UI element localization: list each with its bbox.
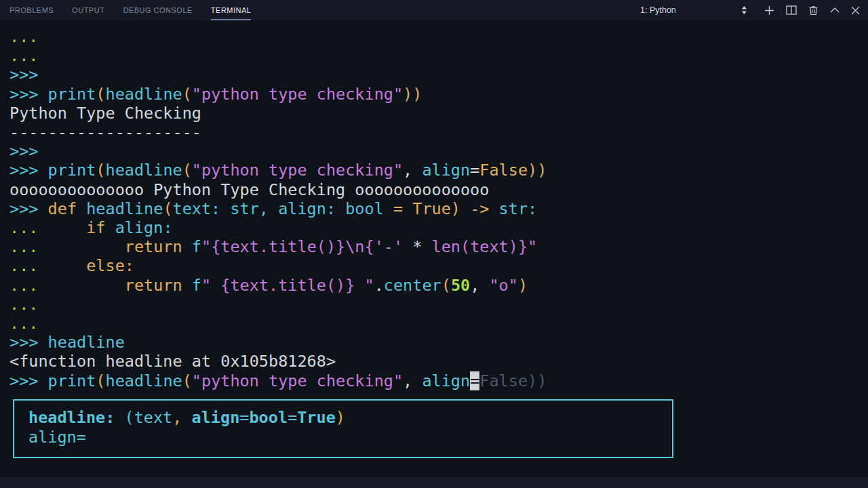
- panel-tab-problems[interactable]: PROBLEMS: [9, 0, 54, 20]
- code-segment: False)): [479, 161, 547, 180]
- code-segment: align: [422, 371, 470, 390]
- code-segment: "python type checking": [192, 371, 403, 390]
- code-segment: f: [192, 237, 201, 256]
- code-segment: ...: [9, 237, 38, 256]
- close-panel-icon[interactable]: [851, 6, 860, 15]
- code-segment: oooooooooooooo Python Type Checking oooo…: [9, 180, 489, 199]
- terminal-selector[interactable]: 1: Python: [640, 5, 747, 15]
- panel-tab-debug-console[interactable]: DEBUG CONSOLE: [123, 0, 192, 20]
- terminal-line: >>> print(headline("python type checking…: [9, 371, 868, 390]
- code-segment: True: [297, 408, 336, 427]
- code-segment: " {text.title()} ": [201, 276, 374, 295]
- code-segment: align=: [28, 428, 86, 447]
- code-segment: headline: [86, 199, 163, 218]
- terminal-line: >>>: [9, 65, 868, 84]
- code-segment: (: [96, 85, 105, 104]
- terminal-line: ... return f"{text.title()}\n{'-' * len(…: [9, 237, 868, 256]
- code-segment: False)): [479, 371, 547, 390]
- terminal-output[interactable]: ......>>>>>> print(headline("python type…: [0, 20, 868, 390]
- code-segment: if: [86, 218, 115, 237]
- code-segment: 50: [451, 276, 470, 295]
- terminal-line: >>> def headline(text: str, align: bool …: [9, 199, 868, 218]
- code-segment: (: [182, 371, 192, 390]
- code-segment: = True) ->: [393, 199, 499, 218]
- code-segment: ,: [403, 371, 422, 390]
- code-segment: [38, 218, 86, 237]
- panel-tab-output[interactable]: OUTPUT: [72, 0, 104, 20]
- code-segment: return: [125, 237, 192, 256]
- code-segment: >>>: [9, 142, 38, 161]
- code-segment: headline: [106, 371, 182, 390]
- terminal-line: ...: [9, 27, 868, 46]
- code-segment: align:: [115, 218, 173, 237]
- code-segment: "python type checking": [192, 161, 403, 180]
- code-segment: >>>: [9, 199, 48, 218]
- panel-tab-bar: PROBLEMSOUTPUTDEBUG CONSOLETERMINAL 1: P…: [0, 0, 868, 20]
- code-segment: <function headline at 0x105b81268>: [9, 352, 336, 371]
- code-segment: (: [182, 161, 192, 180]
- code-segment: "o": [489, 276, 517, 295]
- terminal-line: --------------------: [9, 123, 868, 142]
- code-segment: ...: [9, 218, 38, 237]
- code-segment: center: [384, 276, 441, 295]
- code-segment: len(text)}": [422, 237, 537, 256]
- bottom-strip: [0, 477, 868, 488]
- new-terminal-plus-icon[interactable]: [764, 5, 774, 16]
- panel-tab-terminal[interactable]: TERMINAL: [211, 0, 252, 20]
- code-segment: "{text.title()}\n{'-': [201, 237, 412, 256]
- code-segment: "python type checking": [192, 85, 403, 104]
- code-segment: headline: [106, 85, 182, 104]
- code-segment: Python Type Checking: [9, 104, 201, 123]
- terminal-line: >>> print(headline("python type checking…: [9, 85, 868, 104]
- terminal-line: >>>: [9, 142, 868, 161]
- code-segment: ...: [9, 46, 38, 65]
- terminal-line: ... return f" {text.title()} ".center(50…: [9, 276, 868, 295]
- code-segment: (: [441, 276, 451, 295]
- code-segment: (: [182, 85, 192, 104]
- tooltip-line: headline: (text, align=bool=True): [28, 408, 672, 428]
- code-segment: str:: [499, 199, 538, 218]
- maximize-panel-chevron-up-icon[interactable]: [830, 7, 840, 13]
- code-segment: (: [96, 371, 105, 390]
- code-segment: align: [422, 161, 470, 180]
- code-segment: =: [288, 408, 297, 427]
- code-segment: --------------------: [9, 123, 201, 142]
- code-segment: else:: [86, 256, 134, 275]
- code-segment: headline: [106, 161, 182, 180]
- code-segment: (text: [115, 408, 172, 427]
- kill-terminal-trash-icon[interactable]: [808, 5, 818, 16]
- code-segment: )): [403, 85, 422, 104]
- code-segment: .: [374, 276, 384, 295]
- code-segment: >>> print: [9, 85, 96, 104]
- tooltip-line: align=: [28, 428, 672, 447]
- code-segment: def: [48, 199, 87, 218]
- split-terminal-icon[interactable]: [786, 5, 797, 15]
- select-updown-icon: [741, 5, 747, 15]
- terminal-line: ...: [9, 46, 868, 65]
- code-segment: (: [163, 199, 172, 218]
- code-segment: >>> print: [9, 161, 96, 180]
- code-segment: ): [336, 408, 345, 427]
- code-segment: =: [239, 408, 249, 427]
- code-segment: [38, 276, 124, 295]
- terminal-cursor: =: [470, 371, 479, 390]
- terminal-line: oooooooooooooo Python Type Checking oooo…: [9, 180, 868, 199]
- terminal-selector-label: 1: Python: [640, 5, 676, 15]
- code-segment: [38, 237, 124, 256]
- code-segment: >>>: [9, 65, 38, 84]
- code-segment: =: [470, 161, 479, 180]
- terminal-line: <function headline at 0x105b81268>: [9, 352, 868, 371]
- code-segment: >>> print: [9, 371, 96, 390]
- terminal-line: >>> headline: [9, 333, 868, 352]
- autocomplete-tooltip: headline: (text, align=bool=True)align=: [13, 399, 673, 458]
- code-segment: align: [192, 408, 240, 427]
- code-segment: text: str, align: bool: [173, 199, 393, 218]
- code-segment: ,: [403, 161, 422, 180]
- terminal-line: ... else:: [9, 256, 868, 275]
- terminal-toolbar: 1: Python: [640, 0, 860, 20]
- code-segment: [182, 408, 191, 427]
- terminal-line: ... if align:: [9, 218, 868, 237]
- code-segment: (: [96, 161, 105, 180]
- code-segment: headline:: [28, 408, 115, 427]
- code-segment: ,: [470, 276, 489, 295]
